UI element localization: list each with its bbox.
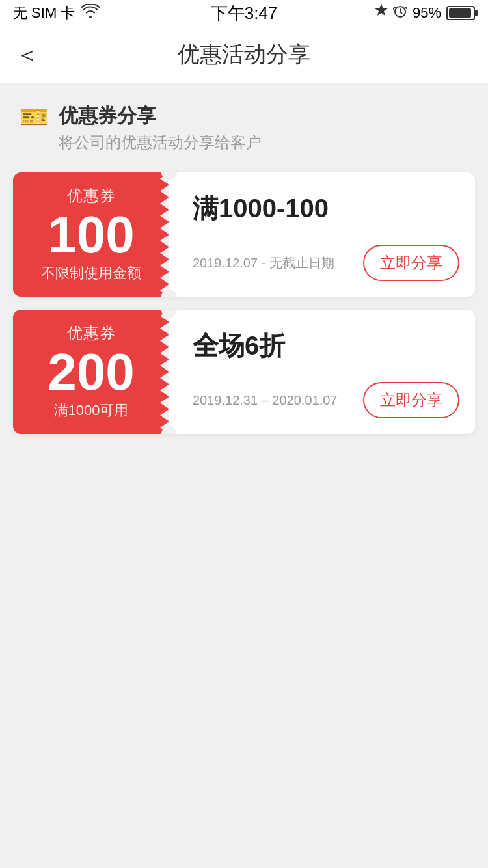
back-button[interactable]: ＜ — [16, 43, 39, 66]
wifi-icon — [81, 4, 100, 22]
coupon-right-1: 满1000-100 2019.12.07 - 无截止日期 立即分享 — [169, 172, 475, 297]
location-icon — [375, 4, 388, 22]
coupon-condition-1: 不限制使用金额 — [41, 264, 141, 284]
alarm-icon — [393, 4, 407, 22]
coupon-value-2: 200 — [47, 346, 134, 398]
zigzag-1 — [160, 172, 169, 297]
battery-text: 95% — [413, 5, 441, 21]
coupon-label-2: 优惠券 — [67, 323, 116, 344]
coupon-left-2: 优惠券 200 满1000可用 — [13, 310, 169, 434]
status-time: 下午3:47 — [211, 2, 278, 25]
coupon-card-2: 优惠券 200 满1000可用 全场6折 2019.12.31 – 2020.0… — [13, 310, 475, 434]
page-title: 优惠活动分享 — [178, 40, 310, 70]
coupon-name-2: 全场6折 — [193, 328, 459, 364]
coupon-date-1: 2019.12.07 - 无截止日期 — [193, 254, 334, 272]
coupon-value-1: 100 — [47, 209, 134, 261]
section-header: 🎫 优惠券分享 将公司的优惠活动分享给客户 — [0, 83, 488, 166]
zigzag-2 — [160, 310, 169, 434]
coupon-left-1: 优惠券 100 不限制使用金额 — [13, 172, 169, 297]
coupon-bottom-2: 2019.12.31 – 2020.01.07 立即分享 — [193, 382, 459, 418]
empty-area — [0, 454, 488, 714]
status-bar: 无 SIM 卡 下午3:47 95% — [0, 0, 488, 26]
status-right: 95% — [375, 4, 475, 22]
section-title: 优惠券分享 — [59, 103, 262, 128]
coupon-date-2: 2019.12.31 – 2020.01.07 — [193, 391, 337, 409]
status-left: 无 SIM 卡 — [13, 3, 100, 23]
nav-bar: ＜ 优惠活动分享 — [0, 26, 488, 83]
coupon-section-icon: 🎫 — [20, 103, 48, 131]
section-text: 优惠券分享 将公司的优惠活动分享给客户 — [59, 103, 262, 153]
coupon-condition-2: 满1000可用 — [54, 401, 129, 421]
coupon-card-1: 优惠券 100 不限制使用金额 满1000-100 2019.12.07 - 无… — [13, 172, 475, 297]
share-button-2[interactable]: 立即分享 — [363, 382, 459, 418]
coupon-name-1: 满1000-100 — [193, 191, 459, 226]
coupon-bottom-1: 2019.12.07 - 无截止日期 立即分享 — [193, 245, 459, 281]
coupon-label-1: 优惠券 — [67, 185, 116, 206]
battery-icon — [446, 6, 475, 20]
carrier-text: 无 SIM 卡 — [13, 3, 75, 23]
share-button-1[interactable]: 立即分享 — [363, 245, 459, 281]
coupon-list: 优惠券 100 不限制使用金额 满1000-100 2019.12.07 - 无… — [0, 166, 488, 454]
coupon-right-2: 全场6折 2019.12.31 – 2020.01.07 立即分享 — [169, 310, 475, 434]
section-subtitle: 将公司的优惠活动分享给客户 — [59, 132, 262, 153]
